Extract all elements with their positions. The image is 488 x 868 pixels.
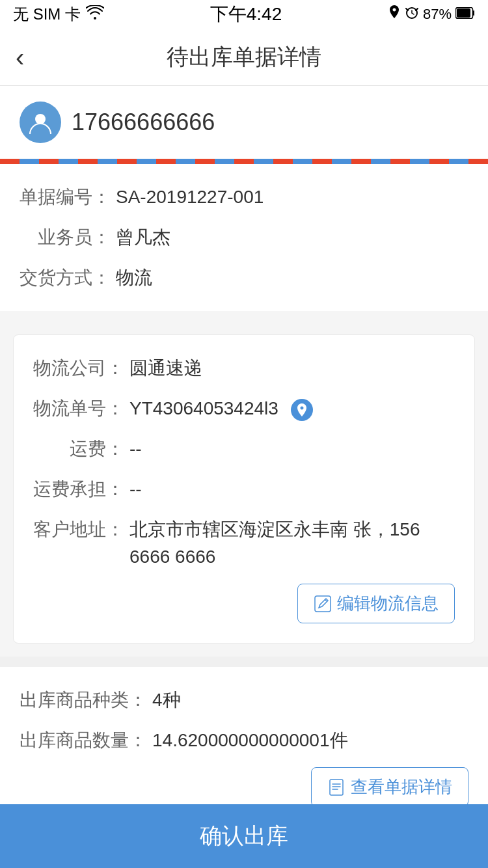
order-number-label: 单据编号： [20,183,111,211]
freight-value: -- [129,435,455,463]
svg-rect-5 [315,596,331,612]
order-number-value: SA-20191227-001 [116,183,468,211]
logistics-company-row: 物流公司： 圆通速递 [33,355,455,382]
delivery-label: 交货方式： [20,264,111,292]
svg-point-3 [35,114,46,124]
freight-row: 运费： -- [33,435,455,463]
status-left: 无 SIM 卡 [13,4,104,25]
delivery-row: 交货方式： 物流 [20,264,468,292]
tracking-value: YT43064053424l3 [129,395,455,422]
salesman-label: 业务员： [20,224,111,251]
logistics-card: 物流公司： 圆通速递 物流单号： YT43064053424l3 运费： [13,334,475,644]
confirm-btn-label: 确认出库 [200,821,288,851]
customer-phone: 17666666666 [72,109,215,136]
address-value: 北京市市辖区海淀区永丰南 张，156 6666 6666 [129,516,455,571]
confirm-outbound-button[interactable]: 确认出库 [0,804,488,868]
svg-rect-6 [330,780,343,795]
freight-bearer-value: -- [129,476,455,503]
goods-quantity-value: 14.620000000000001件 [152,727,468,754]
battery-percent: 87% [423,6,452,23]
status-bar: 无 SIM 卡 下午4:42 87% [0,0,488,29]
status-right: 87% [388,5,475,23]
address-label: 客户地址： [33,516,124,543]
view-detail-label: 查看单据详情 [351,776,452,798]
salesman-row: 业务员： 曾凡杰 [20,224,468,251]
alarm-icon [405,5,419,23]
view-detail-button[interactable]: 查看单据详情 [311,767,468,807]
tracking-location-icon[interactable] [290,398,314,422]
view-detail-btn-row: 查看单据详情 [20,767,468,807]
delivery-value: 物流 [116,264,468,292]
battery-icon [455,6,475,23]
order-info-section: 单据编号： SA-20191227-001 业务员： 曾凡杰 交货方式： 物流 [0,164,488,311]
customer-header: 17666666666 [0,86,488,159]
address-row: 客户地址： 北京市市辖区海淀区永丰南 张，156 6666 6666 [33,516,455,571]
freight-label: 运费： [33,435,124,463]
logistics-section: 物流公司： 圆通速递 物流单号： YT43064053424l3 运费： [0,321,488,657]
nav-bar: ‹ 待出库单据详情 [0,29,488,86]
goods-section: 出库商品种类： 4种 出库商品数量： 14.620000000000001件 查… [0,667,488,826]
dashed-divider [0,159,488,164]
goods-types-row: 出库商品种类： 4种 [20,686,468,714]
tracking-number-row: 物流单号： YT43064053424l3 [33,395,455,422]
goods-types-value: 4种 [152,686,468,714]
freight-bearer-label: 运费承担： [33,476,124,503]
goods-quantity-row: 出库商品数量： 14.620000000000001件 [20,727,468,754]
tracking-label: 物流单号： [33,395,124,422]
freight-bearer-row: 运费承担： -- [33,476,455,503]
edit-logistics-label: 编辑物流信息 [337,592,439,615]
page-title: 待出库单据详情 [167,42,321,72]
order-number-row: 单据编号： SA-20191227-001 [20,183,468,211]
svg-rect-2 [457,8,470,18]
sim-status: 无 SIM 卡 [13,4,81,25]
edit-logistics-button[interactable]: 编辑物流信息 [297,584,455,623]
edit-btn-row: 编辑物流信息 [33,584,455,623]
avatar [20,102,61,143]
wifi-icon [86,5,104,23]
section-separator [0,657,488,667]
goods-types-label: 出库商品种类： [20,686,147,714]
salesman-value: 曾凡杰 [116,224,468,251]
goods-quantity-label: 出库商品数量： [20,727,147,754]
status-time: 下午4:42 [210,2,282,27]
logistics-company-label: 物流公司： [33,355,124,382]
logistics-company-value: 圆通速递 [129,355,455,382]
location-icon [388,5,401,23]
back-button[interactable]: ‹ [16,44,24,70]
